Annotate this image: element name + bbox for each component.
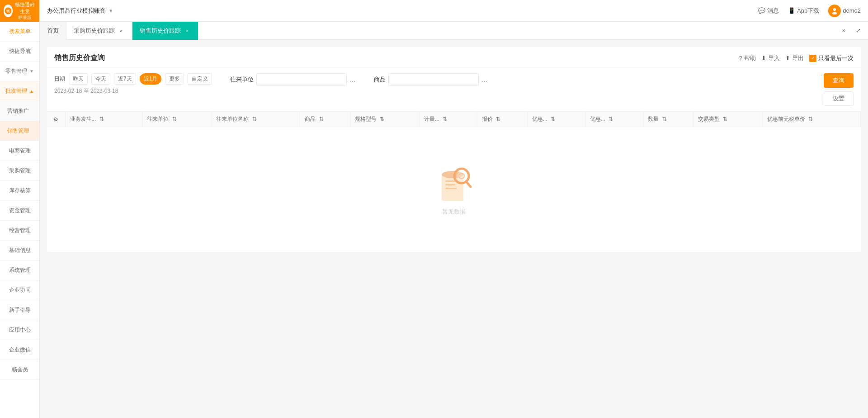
col-partner-code[interactable]: 往来单位 ⇅ [142,112,212,127]
tabbar-actions: × ⤢ [837,24,868,37]
sort-icon-partner-code: ⇅ [172,116,177,122]
col-spec[interactable]: 规格型号 ⇅ [350,112,419,127]
sort-icon-trade-type: ⇅ [723,116,727,122]
product-picker-icon[interactable]: ... [481,76,487,84]
svg-point-2 [833,8,836,11]
import-icon: ⬇ [761,55,766,62]
date-btn-yesterday[interactable]: 昨天 [69,73,88,85]
table-container: ⚙ 业务发生... ⇅ 往来单位 ⇅ 往来单位名称 [47,112,861,252]
col-unit[interactable]: 计量... ⇅ [419,112,477,127]
table-header-row: ⚙ 业务发生... ⇅ 往来单位 ⇅ 往来单位名称 [47,112,861,127]
import-button[interactable]: ⬇ 导入 [761,54,780,62]
help-icon: ? [739,55,742,62]
product-input[interactable] [388,73,479,86]
tab-home[interactable]: 首页 [40,22,66,40]
topbar-dropdown-icon[interactable]: ▾ [109,7,113,14]
page-header: 销售历史价查询 ? 帮助 ⬇ 导入 ⬆ 导出 ✓ [47,47,861,68]
sidebar-item-quicknav[interactable]: 快捷导航 [0,42,39,62]
sort-icon-discount2: ⇅ [609,116,613,122]
col-trade-type[interactable]: 交易类型 ⇅ [693,112,762,127]
sidebar-item-operation[interactable]: 经营管理 [0,221,39,241]
sidebar-item-retail[interactable]: 零售管理 ▼ [0,62,39,81]
sidebar-item-member[interactable]: 畅会员 [0,360,39,380]
sort-icon-qty: ⇅ [662,116,667,122]
partner-picker-icon[interactable]: ... [349,76,355,84]
sort-icon-pretax: ⇅ [808,116,813,122]
topbar-right: 💬 消息 📱 App下载 demo2 [758,5,861,17]
sidebar-item-purchase[interactable]: 采购管理 [0,161,39,181]
page-header-actions: ? 帮助 ⬇ 导入 ⬆ 导出 ✓ 只看最后一次 [739,54,854,62]
only-last-checkbox[interactable]: ✓ 只看最后一次 [809,54,854,62]
sidebar-item-newguide[interactable]: 新手引导 [0,300,39,320]
col-product[interactable]: 商品 ⇅ [300,112,350,127]
svg-rect-8 [445,188,457,189]
date-btn-7days[interactable]: 近7天 [114,73,136,85]
sidebar-item-basic[interactable]: 基础信息 [0,241,39,261]
partner-input[interactable] [256,73,347,86]
sidebar-item-collab[interactable]: 企业协同 [0,280,39,300]
tab-close-purchase[interactable]: × [118,27,125,34]
sidebar-item-marketing[interactable]: 营销推广 [0,101,39,121]
logo-area: 畅 畅捷通好生意 标准版 [0,0,39,22]
date-btn-1month[interactable]: 近1月 [140,73,162,85]
query-button[interactable]: 查询 [824,73,854,88]
col-bizdate[interactable]: 业务发生... ⇅ [65,112,142,127]
export-icon: ⬆ [785,55,790,62]
sidebar-item-wechat[interactable]: 企业微信 [0,340,39,360]
sort-icon-discount1: ⇅ [551,116,555,122]
date-range-display: 2023-02-18 至 2023-03-18 [54,87,212,95]
user-profile[interactable]: demo2 [828,5,861,17]
date-filter-label: 日期 [54,75,65,83]
message-button[interactable]: 💬 消息 [758,7,779,15]
data-table: ⚙ 业务发生... ⇅ 往来单位 ⇅ 往来单位名称 [47,112,861,127]
col-discount2[interactable]: 优惠... ⇅ [585,112,643,127]
app-download-button[interactable]: 📱 App下载 [788,7,819,15]
settings-button[interactable]: 设置 [824,91,854,106]
sidebar-item-sales[interactable]: 销售管理 [0,121,39,141]
sort-icon-spec: ⇅ [380,116,384,122]
table-settings-col[interactable]: ⚙ [47,112,65,127]
product-filter-group: 商品 ... [374,73,487,86]
date-btn-more[interactable]: 更多 [165,73,184,85]
sidebar-item-ecommerce[interactable]: 电商管理 [0,141,39,161]
sidebar-item-appstore[interactable]: 应用中心 [0,320,39,340]
download-icon: 📱 [788,7,795,14]
topbar: 办公用品行业模拟账套 ▾ 💬 消息 📱 App下载 demo2 [40,0,868,22]
page-card: 销售历史价查询 ? 帮助 ⬇ 导入 ⬆ 导出 ✓ [47,47,861,252]
tab-close-sales[interactable]: × [184,27,191,34]
filter-actions: 查询 设置 [824,73,854,106]
date-buttons-row: 日期 昨天 今天 近7天 近1月 更多 自定义 [54,73,212,85]
tab-purchase-history[interactable]: 采购历史价跟踪 × [66,22,132,40]
help-button[interactable]: ? 帮助 [739,54,756,62]
empty-text: 暂无数据 [442,208,466,216]
page-title: 销售历史价查询 [54,53,105,63]
date-btn-custom[interactable]: 自定义 [188,73,212,85]
tab-sales-history[interactable]: 销售历史价跟踪 × [132,22,198,40]
partner-filter-group: 往来单位 ... [230,73,355,86]
page-content: 销售历史价查询 ? 帮助 ⬇ 导入 ⬆ 导出 ✓ [40,40,868,418]
sidebar-item-system[interactable]: 系统管理 [0,261,39,280]
sidebar-item-search[interactable]: 搜索菜单 [0,22,39,42]
tabbar: 首页 采购历史价跟踪 × 销售历史价跟踪 × × ⤢ [40,22,868,40]
close-tab-button[interactable]: × [837,24,850,37]
col-qty[interactable]: 数量 ⇅ [643,112,693,127]
col-pretax[interactable]: 优惠前无税单价 ⇅ [762,112,860,127]
svg-rect-7 [445,184,455,185]
col-quote[interactable]: 报价 ⇅ [477,112,528,127]
sidebar-item-wholesale[interactable]: 批发管理 ▲ [0,81,39,101]
chevron-up-icon: ▲ [29,89,34,94]
sidebar-item-finance[interactable]: 资金管理 [0,201,39,221]
sidebar-item-inventory[interactable]: 库存核算 [0,181,39,201]
sort-icon-bizdate: ⇅ [99,116,104,122]
empty-state: 暂无数据 [47,127,861,252]
logo-text: 畅捷通好生意 标准版 [14,1,36,20]
date-btn-today[interactable]: 今天 [91,73,110,85]
avatar [828,5,841,17]
col-partner-name[interactable]: 往来单位名称 ⇅ [212,112,300,127]
topbar-title: 办公用品行业模拟账套 [47,7,106,15]
maximize-button[interactable]: ⤢ [852,24,864,37]
main-area: 办公用品行业模拟账套 ▾ 💬 消息 📱 App下载 demo2 首页 [40,0,868,418]
settings-icon: ⚙ [53,116,58,123]
col-discount1[interactable]: 优惠... ⇅ [527,112,585,127]
export-button[interactable]: ⬆ 导出 [785,54,804,62]
